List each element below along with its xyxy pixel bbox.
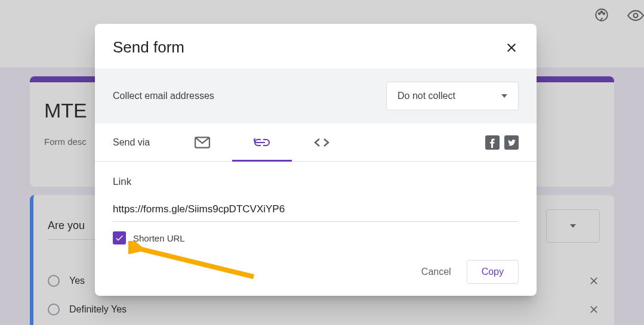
embed-icon <box>313 137 330 148</box>
collect-emails-row: Collect email addresses Do not collect <box>95 69 537 123</box>
send-via-label: Send via <box>113 137 172 148</box>
chevron-down-icon <box>501 94 507 98</box>
tab-link[interactable] <box>232 123 292 162</box>
send-via-tabs: Send via <box>95 123 537 162</box>
dialog-title: Send form <box>113 38 184 57</box>
cancel-button[interactable]: Cancel <box>411 261 462 283</box>
facebook-share-button[interactable] <box>485 135 500 150</box>
tab-embed[interactable] <box>292 123 352 162</box>
checkmark-icon <box>115 233 124 243</box>
collect-emails-value: Do not collect <box>398 91 455 101</box>
collect-emails-label: Collect email addresses <box>113 91 214 101</box>
link-icon <box>254 138 270 147</box>
send-form-dialog: Send form Collect email addresses Do not… <box>95 24 537 296</box>
close-button[interactable] <box>504 41 519 55</box>
shorten-url-label[interactable]: Shorten URL <box>133 233 185 243</box>
email-icon <box>195 137 210 148</box>
tab-email[interactable] <box>172 123 232 162</box>
collect-emails-dropdown[interactable]: Do not collect <box>386 82 519 110</box>
shorten-url-checkbox[interactable] <box>113 231 126 244</box>
link-url-input[interactable] <box>113 200 519 222</box>
copy-button[interactable]: Copy <box>467 260 519 284</box>
link-section-label: Link <box>113 176 519 188</box>
twitter-share-button[interactable] <box>504 135 519 150</box>
